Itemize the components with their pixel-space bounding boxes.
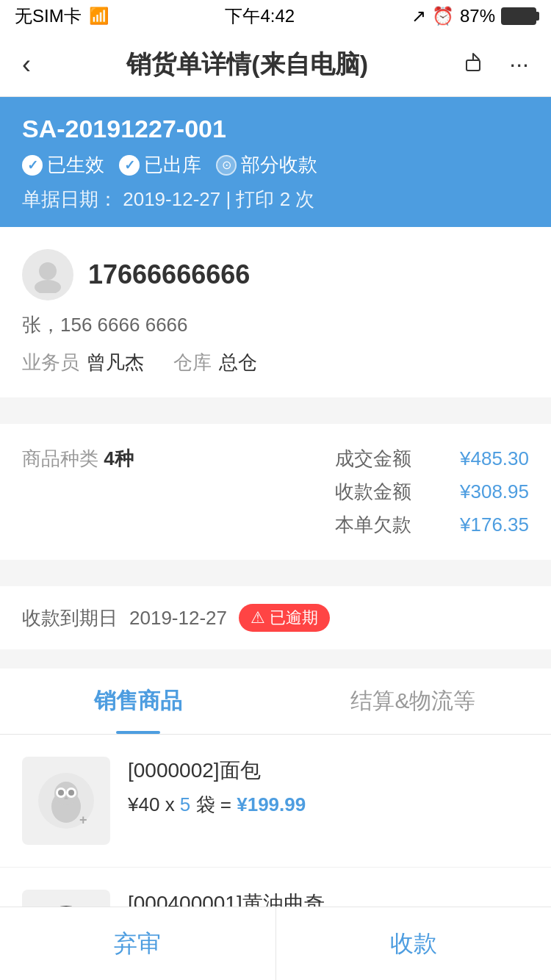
warehouse-meta: 仓库 总仓 [173, 350, 257, 375]
payment-due-section: 收款到期日 2019-12-27 ⚠ 已逾期 [0, 586, 551, 649]
salesperson-meta: 业务员 曾凡杰 [22, 350, 144, 375]
product-total-1: ¥199.99 [237, 793, 306, 815]
svg-point-9 [68, 790, 74, 796]
stats-right: 成交金额 ¥485.30 收款金额 ¥308.95 本单欠款 ¥176.35 [335, 446, 529, 538]
status-partial: ⊙ 部分收款 [216, 152, 317, 178]
divider-2 [0, 574, 551, 586]
payment-due-date: 2019-12-27 [129, 607, 227, 630]
cancel-review-button[interactable]: 弃审 [0, 907, 276, 980]
customer-header: 17666666666 [22, 249, 529, 300]
svg-point-2 [35, 280, 61, 293]
check-icon-2: ✓ [119, 155, 140, 176]
product-qty-1: 5 [180, 793, 190, 815]
order-header: SA-20191227-001 ✓ 已生效 ✓ 已出库 ⊙ 部分收款 单据日期：… [0, 97, 551, 227]
warning-icon: ⚠ [251, 608, 265, 627]
stats-section: 商品种类 4种 成交金额 ¥485.30 收款金额 ¥308.95 本单欠款 ¥… [0, 424, 551, 560]
check-icon-1: ✓ [22, 155, 43, 176]
table-row: + [0000002]面包 ¥40 x 5 袋 = ¥199.99 [0, 735, 551, 868]
svg-rect-0 [467, 60, 480, 71]
svg-point-1 [39, 262, 57, 280]
svg-text:+: + [79, 813, 87, 827]
wifi-icon: 📶 [89, 7, 109, 26]
deal-amount-value: ¥485.30 [426, 447, 529, 470]
status-time: 下午4:42 [225, 4, 295, 28]
payment-due-label: 收款到期日 [22, 605, 118, 631]
owed-value: ¥176.35 [426, 514, 529, 536]
warehouse-value: 总仓 [219, 350, 257, 375]
sim-label: 无SIM卡 [15, 4, 82, 28]
clock-icon: ⊙ [216, 155, 237, 176]
overdue-badge: ⚠ 已逾期 [239, 604, 330, 632]
back-button[interactable]: ‹ [22, 49, 31, 80]
customer-name: 张，156 6666 6666 [22, 312, 529, 338]
status-left: 无SIM卡 📶 [15, 4, 109, 28]
more-icon[interactable]: ··· [509, 51, 529, 78]
product-types-count: 4种 [104, 447, 133, 469]
battery-level: 87% [460, 6, 495, 26]
nav-bar: ‹ 销货单详情(来自电脑) ··· [0, 32, 551, 97]
page-title: 销货单详情(来自电脑) [126, 48, 368, 82]
product-image-1: + [22, 757, 110, 845]
collect-payment-button[interactable]: 收款 [276, 907, 552, 980]
customer-meta: 业务员 曾凡杰 仓库 总仓 [22, 350, 529, 375]
status-bar: 无SIM卡 📶 下午4:42 ↗ ⏰ 87% [0, 0, 551, 32]
stats-left: 商品种类 4种 [22, 446, 134, 472]
collected-row: 收款金额 ¥308.95 [335, 479, 529, 505]
tab-products[interactable]: 销售商品 [0, 669, 276, 734]
status-right: ↗ ⏰ 87% [411, 6, 536, 26]
order-status: ✓ 已生效 ✓ 已出库 ⊙ 部分收款 [22, 152, 529, 178]
status-shipped: ✓ 已出库 [119, 152, 201, 178]
product-info-1: [0000002]面包 ¥40 x 5 袋 = ¥199.99 [128, 757, 529, 818]
customer-id: 17666666666 [88, 259, 250, 290]
status-effective: ✓ 已生效 [22, 152, 104, 178]
divider-1 [0, 412, 551, 424]
bottom-actions: 弃审 收款 [0, 907, 551, 980]
deal-amount-row: 成交金额 ¥485.30 [335, 446, 529, 472]
alarm-icon: ⏰ [432, 6, 454, 26]
battery-icon [501, 7, 536, 25]
overdue-label: 已逾期 [270, 607, 318, 629]
salesperson-value: 曾凡杰 [87, 350, 144, 375]
location-icon: ↗ [411, 6, 426, 26]
divider-3 [0, 657, 551, 669]
product-price-1: ¥40 x 5 袋 = ¥199.99 [128, 792, 529, 818]
order-date: 单据日期： 2019-12-27 | 打印 2 次 [22, 187, 529, 212]
svg-point-8 [58, 790, 64, 796]
order-id: SA-20191227-001 [22, 115, 529, 143]
product-name-1: [0000002]面包 [128, 757, 529, 785]
avatar [22, 249, 73, 300]
tabs-section: 销售商品 结算&物流等 [0, 669, 551, 735]
customer-section: 17666666666 张，156 6666 6666 业务员 曾凡杰 仓库 总… [0, 227, 551, 397]
tab-settlement[interactable]: 结算&物流等 [276, 669, 551, 734]
share-icon[interactable] [464, 50, 487, 79]
collected-value: ¥308.95 [426, 480, 529, 503]
owed-row: 本单欠款 ¥176.35 [335, 512, 529, 538]
nav-actions: ··· [464, 50, 529, 79]
